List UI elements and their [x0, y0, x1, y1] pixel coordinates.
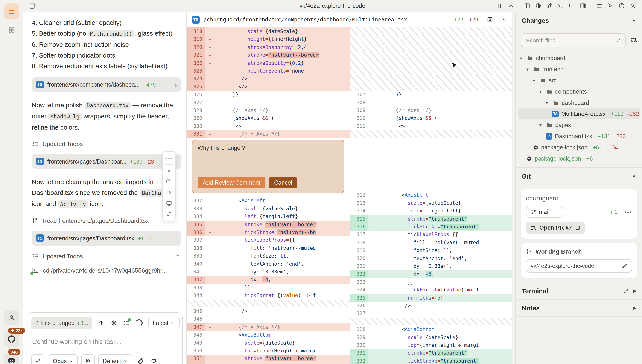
github-button[interactable]: ★ 22k — [4, 332, 19, 347]
open-pr-button[interactable]: Open PR #7 — [526, 222, 585, 234]
diff-line[interactable]: 320 textAnchor: 'end', — [350, 254, 512, 262]
diff-line[interactable]: 343 }} — [187, 284, 350, 292]
monitor-button[interactable] — [568, 2, 575, 9]
diff-line[interactable]: 323 }} — [350, 278, 512, 286]
diff-line[interactable]: 312 <AxisLeft — [350, 191, 512, 199]
diff-line[interactable]: 324- /> — [187, 75, 350, 83]
model-dropdown[interactable]: Opus — [49, 354, 78, 364]
run-button[interactable] — [163, 187, 175, 198]
git-section-header[interactable]: Git ▼ — [516, 168, 642, 185]
diff-line[interactable]: 329 {showAxis && ( — [187, 114, 350, 122]
discord-button[interactable]: 346 — [4, 353, 19, 364]
diff-line[interactable]: 330 <> — [187, 122, 350, 130]
tree-folder-frontend[interactable]: ▾frontend — [518, 64, 640, 75]
gear-button[interactable] — [629, 2, 636, 9]
scroll-up-button[interactable] — [98, 319, 105, 326]
file-search[interactable] — [521, 34, 626, 47]
diff-line[interactable]: 308 — [350, 98, 512, 106]
diff-line[interactable]: 328 {/* Axes */} — [187, 106, 350, 114]
record-button[interactable] — [535, 2, 541, 9]
diff-line[interactable]: 347- {/* X Axis */} — [187, 323, 350, 331]
diff-line[interactable]: 324 tickFormat={(value) => f — [350, 286, 512, 294]
diff-line[interactable]: 329 scale={dateScale} — [350, 333, 512, 341]
diff-line[interactable]: 316+ tickStroke="transparent" — [350, 223, 512, 231]
read-file-row[interactable]: Read frontend/src/pages/Dashboard.tsx — [32, 217, 181, 224]
open-in-editor-button[interactable] — [163, 198, 175, 208]
diff-line[interactable]: 332+ tickStroke="transparent" — [350, 357, 512, 364]
git-more-button[interactable]: ••• — [624, 208, 632, 215]
collapse-tree-icon[interactable] — [616, 38, 621, 43]
copy-message-button[interactable] — [163, 176, 175, 187]
todos-button[interactable] — [123, 319, 130, 326]
diff-line[interactable]: 307 )} — [350, 90, 512, 98]
collapse-diff-button[interactable] — [502, 17, 507, 22]
diff-line[interactable]: 322+ dx: -8, — [350, 270, 512, 278]
working-branch-field[interactable]: vk/4e2a-explore-the-code — [526, 259, 632, 272]
updated-todos-row[interactable]: Updated Todos — [32, 140, 181, 147]
diff-line[interactable]: 330 top={innerHeight + margi — [350, 341, 512, 349]
diff-line[interactable]: 328 <AxisBottom — [350, 325, 512, 333]
terminal-section-header[interactable]: Terminal ▶ — [516, 282, 642, 300]
terminal-command-row[interactable]: cd /private/var/folders/10/h7w0q46556ggr… — [32, 266, 181, 274]
message-input[interactable]: Continue working on this task... — [27, 333, 182, 350]
diff-line[interactable]: 352- tickStroke="hsl(var(--bo — [187, 362, 350, 364]
file-diff-chip[interactable]: TSfrontend/src/pages/Dashboar...+130-23› — [32, 154, 181, 169]
diff-line[interactable]: 321- stroke="hsl(var(--border — [187, 51, 350, 59]
github-cat-button[interactable] — [629, 36, 637, 44]
panel-left-button[interactable] — [524, 2, 530, 9]
diff-line[interactable]: 319 fontSize: 11, — [350, 246, 512, 254]
diff-line[interactable]: 351- stroke="hsl(var(--border — [187, 355, 350, 363]
branch-dropdown[interactable]: main — [526, 206, 563, 218]
diff-line[interactable]: 326 /> — [350, 302, 512, 310]
file-diff-chip[interactable]: TSfrontend/src/components/dashboa...+479… — [32, 77, 181, 92]
changes-section-header[interactable]: Changes ▼ — [516, 12, 642, 29]
tree-folder-pages[interactable]: ▾pages — [518, 119, 640, 130]
panel-right-button[interactable] — [580, 2, 586, 9]
diff-line[interactable]: 327 — [350, 310, 512, 318]
files-changed-chip[interactable]: 4 files changed+3... — [31, 317, 93, 329]
diff-line[interactable]: 321 dy: '0.33em', — [350, 262, 512, 270]
diff-line[interactable]: 336- tickStroke="hsl(var(--bo — [187, 228, 350, 236]
terminal-button[interactable] — [557, 2, 564, 9]
diff-line[interactable]: 348 <AxisBottom — [187, 331, 350, 339]
diff-line[interactable]: 317 tickLabelProps={{ — [350, 231, 512, 239]
diff-line[interactable]: 339 fontSize: 11, — [187, 252, 350, 260]
diff-line[interactable]: 315+ stroke="transparent" — [350, 215, 512, 223]
diff-line[interactable]: 323- pointerEvents="none" — [187, 67, 350, 75]
spark-icon[interactable] — [111, 319, 118, 326]
diff-line[interactable]: 332 <AxisLeft — [187, 197, 350, 205]
tree-file-MultiLineArea.tsx[interactable]: TSMultiLineArea.tsx+110-162 — [518, 108, 640, 119]
fast-forward-button[interactable] — [81, 354, 95, 364]
tree-folder-src[interactable]: ▾src — [518, 75, 640, 86]
menu-button[interactable] — [596, 2, 602, 9]
review-comment-input[interactable]: Why this change ? — [198, 145, 339, 151]
diff-line[interactable]: 314 left={margin.left} — [350, 207, 512, 215]
diff-line[interactable]: 325- </> — [187, 83, 350, 90]
grid-view-button[interactable] — [4, 22, 19, 38]
review-comment-box[interactable]: Why this change ?Add Review CommentCance… — [192, 140, 344, 194]
more-options-button[interactable]: ••• — [163, 153, 175, 164]
updated-todos-row[interactable]: Updated Todos — [32, 252, 181, 260]
compare-button[interactable] — [546, 2, 553, 9]
search-input[interactable] — [525, 37, 613, 44]
tree-file-package-lock.json[interactable]: package-lock.json+61-104 — [518, 142, 640, 153]
diff-line[interactable]: 310 {showAxis && ( — [350, 114, 512, 122]
diff-line[interactable]: 318 fill: 'hsl(var(--muted — [350, 239, 512, 246]
diff-line[interactable]: 331- {/* Y Axis */} — [187, 130, 350, 138]
attach-button[interactable] — [137, 358, 144, 364]
retry-from-here-button[interactable] — [163, 166, 175, 176]
chat-scroll-area[interactable]: 4. Cleaner grid (subtler opacity)5. Bett… — [23, 12, 186, 274]
add-review-comment-button[interactable]: Add Review Comment — [198, 177, 266, 189]
tree-folder-churnguard[interactable]: ▾churnguard — [518, 52, 640, 64]
chevron-down-icon[interactable] — [175, 252, 181, 260]
tree-file-Dashboard.tsx[interactable]: TSDashboard.tsx+131-233 — [518, 130, 640, 142]
diff-line[interactable]: 344 tickFormat={(value) => f — [187, 292, 350, 300]
tree-file-package-lock.json[interactable]: package-lock.json+6 — [518, 153, 640, 164]
diff-line[interactable]: 331+ stroke="transparent" — [350, 349, 512, 357]
cancel-button[interactable]: Cancel — [269, 177, 297, 189]
diff-line[interactable]: 309 {/* Axes */} — [350, 106, 512, 114]
diff-line[interactable]: 338 fill: 'hsl(var(--muted — [187, 244, 350, 252]
diff-line[interactable]: 349 scale={dateScale} — [187, 339, 350, 347]
tree-folder-components[interactable]: ▾components — [518, 86, 640, 97]
pause-button[interactable] — [496, 2, 503, 9]
